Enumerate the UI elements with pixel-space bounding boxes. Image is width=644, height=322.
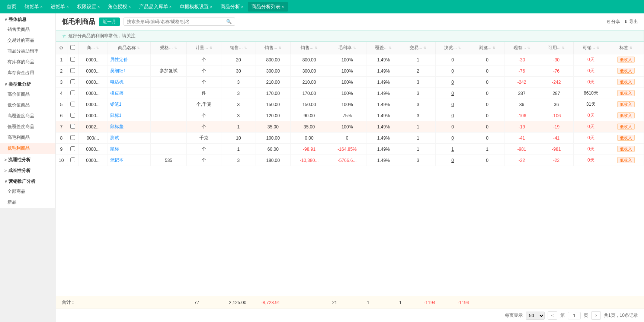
row-select-checkbox[interactable] (70, 102, 75, 106)
row-checkbox[interactable] (67, 99, 78, 110)
nav-close-template[interactable]: × (210, 4, 212, 9)
row-name[interactable]: 鼠标垫 (108, 121, 150, 133)
nav-product-analysis[interactable]: 商品分析 × (217, 2, 247, 12)
row-view1[interactable]: 0 (435, 121, 470, 133)
row-checkbox[interactable] (67, 155, 78, 166)
view1-link[interactable]: 0 (451, 68, 454, 74)
nav-close-analysis[interactable]: × (241, 4, 243, 9)
view1-link[interactable]: 0 (451, 91, 454, 96)
nav-close-role[interactable]: × (128, 4, 131, 9)
row-unit: 千克 (187, 133, 221, 144)
export-button[interactable]: ⬇ 导出 (624, 19, 638, 25)
nav-product-entry[interactable]: 产品品入库单 × (135, 2, 175, 12)
sidebar-section-overall[interactable]: ∨ 整体信息 (0, 13, 55, 24)
row-checkbox[interactable] (67, 77, 78, 88)
row-view1[interactable]: 1 (435, 144, 470, 155)
nav-close-product[interactable]: × (169, 4, 172, 9)
row-select-checkbox[interactable] (70, 79, 75, 84)
row-name[interactable]: 吴细细1 (108, 66, 150, 77)
nav-close-permissions[interactable]: × (97, 4, 100, 9)
next-page-button[interactable]: ＞ (591, 311, 601, 320)
nav-close-list[interactable]: × (282, 4, 284, 9)
section-arrow-type: ∨ (4, 82, 7, 86)
select-all-checkbox[interactable] (70, 45, 75, 50)
search-input[interactable] (127, 19, 225, 24)
search-icon[interactable]: 🔍 (226, 19, 232, 24)
row-select-checkbox[interactable] (70, 68, 75, 73)
nav-permissions[interactable]: 权限设置 × (73, 2, 103, 12)
view1-link[interactable]: 0 (451, 158, 454, 163)
row-select-checkbox[interactable] (70, 124, 75, 129)
nav-sales-order[interactable]: 销货单 × (21, 2, 46, 12)
row-view1[interactable]: 0 (435, 155, 470, 166)
nav-analysis-list[interactable]: 商品分析列表 × (248, 2, 288, 12)
sidebar-item-traded-products[interactable]: 交易过的商品 (0, 35, 55, 46)
row-view1[interactable]: 0 (435, 133, 470, 144)
row-sales-qty: 10 (221, 133, 256, 144)
row-select-checkbox[interactable] (70, 90, 75, 95)
row-name[interactable]: 鼠标1 (108, 110, 150, 121)
view1-link[interactable]: 0 (451, 102, 454, 107)
row-name[interactable]: 笔记本 (108, 155, 150, 166)
row-select-checkbox[interactable] (70, 57, 75, 62)
row-name[interactable]: 橡皮擦 (108, 88, 150, 99)
col-settings[interactable]: ⚙ (56, 42, 67, 54)
row-view1[interactable]: 0 (435, 77, 470, 88)
page-number-input[interactable] (568, 312, 581, 319)
sidebar-item-in-stock[interactable]: 有库存的商品 (0, 57, 55, 67)
sidebar-item-stock-capital[interactable]: 库存资金占用 (0, 67, 55, 78)
row-checkbox[interactable] (67, 110, 78, 121)
nav-home[interactable]: 首页 (3, 2, 20, 12)
row-select-checkbox[interactable] (70, 146, 75, 151)
view1-link[interactable]: 0 (451, 57, 454, 63)
row-view1[interactable]: 0 (435, 54, 470, 66)
sidebar-item-low-value[interactable]: 低价值商品 (0, 100, 55, 111)
sidebar-item-high-margin[interactable]: 高毛利商品 (0, 132, 55, 143)
row-name[interactable]: 测试 (108, 133, 150, 144)
sidebar-item-high-value[interactable]: 高价值商品 (0, 89, 55, 100)
row-view1[interactable]: 0 (435, 110, 470, 121)
nav-purchase-order[interactable]: 进货单 × (47, 2, 72, 12)
view1-link[interactable]: 0 (451, 80, 454, 85)
row-select-checkbox[interactable] (70, 157, 75, 162)
sidebar-item-high-coverage[interactable]: 高覆盖度商品 (0, 111, 55, 121)
row-name[interactable]: 鼠标 (108, 144, 150, 155)
nav-role-auth[interactable]: 角色授权 × (104, 2, 134, 12)
nav-close-purchase[interactable]: × (66, 4, 68, 9)
row-name[interactable]: 属性定价 (108, 54, 150, 66)
sidebar-section-marketing[interactable]: ∨ 营销推广分析 (0, 175, 55, 186)
sidebar-item-category-sales-rate[interactable]: 商品分类助销率 (0, 46, 55, 57)
nav-template-settings[interactable]: 单据模板设置 × (176, 2, 216, 12)
sidebar-section-type[interactable]: ∨ 类型量分析 (0, 78, 55, 89)
sidebar-item-all-products[interactable]: 全部商品 (0, 186, 55, 197)
view1-link[interactable]: 0 (451, 113, 454, 118)
page-size-select[interactable]: 50 100 200 (526, 312, 545, 320)
row-checkbox[interactable] (67, 54, 78, 66)
row-select-checkbox[interactable] (70, 135, 75, 140)
prev-page-button[interactable]: ＜ (548, 311, 557, 320)
filter-recent-month-button[interactable]: 近一月 (99, 17, 120, 26)
sidebar-item-low-margin[interactable]: 低毛利商品 (0, 143, 55, 154)
view1-link[interactable]: 0 (451, 136, 454, 141)
row-checkbox[interactable] (67, 144, 78, 155)
sidebar-item-sales-products[interactable]: 销售类商品 (0, 24, 55, 35)
row-code: 0000... (78, 110, 108, 121)
row-view1[interactable]: 0 (435, 66, 470, 77)
sidebar-item-low-coverage[interactable]: 低覆盖度商品 (0, 121, 55, 132)
row-checkbox[interactable] (67, 121, 78, 133)
row-view1[interactable]: 0 (435, 99, 470, 110)
row-view1[interactable]: 0 (435, 88, 470, 99)
row-checkbox[interactable] (67, 133, 78, 144)
view1-link[interactable]: 0 (451, 124, 454, 130)
share-button[interactable]: ⎘ 分享 (607, 19, 620, 25)
sidebar-section-liquidity[interactable]: > 流通性分析 (0, 154, 55, 165)
row-name[interactable]: 铅笔1 (108, 99, 150, 110)
row-name[interactable]: 电话机 (108, 77, 150, 88)
sidebar-section-growth[interactable]: > 成长性分析 (0, 165, 55, 175)
view1-link[interactable]: 1 (451, 147, 454, 152)
row-checkbox[interactable] (67, 66, 78, 77)
row-checkbox[interactable] (67, 88, 78, 99)
row-select-checkbox[interactable] (70, 113, 75, 118)
nav-close-sales[interactable]: × (40, 4, 42, 9)
sidebar-item-new-products[interactable]: 新品 (0, 197, 55, 208)
